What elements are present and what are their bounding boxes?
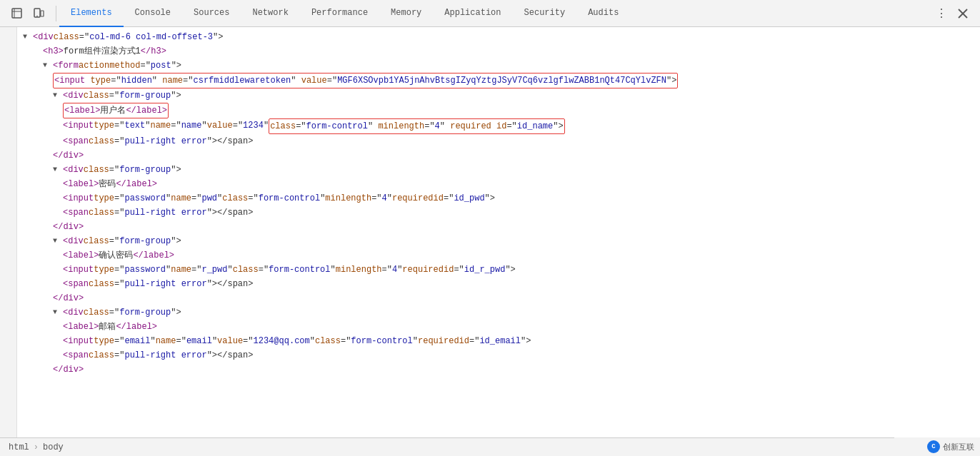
code-line: <h3>form组件渲染方式1</h3> <box>23 44 980 59</box>
svg-rect-4 <box>41 11 44 16</box>
code-line: </div> <box>23 220 980 234</box>
highlight-box-class-attr: class="form-control" minlength="4" requi… <box>269 118 565 134</box>
close-devtools-icon[interactable] <box>954 5 971 22</box>
inspect-icon[interactable] <box>9 5 26 22</box>
toolbar-icons <box>3 5 53 22</box>
code-line: <span class="pull-right error"></span> <box>23 134 980 148</box>
devtools-toolbar: Elements Console Sources Network Perform… <box>0 0 980 27</box>
tab-list: Elements Console Sources Network Perform… <box>59 0 927 27</box>
expand-arrow[interactable] <box>23 30 33 44</box>
tab-network[interactable]: Network <box>241 0 299 27</box>
code-line: <input type="email" name="email" value="… <box>23 334 980 348</box>
code-line: <input type="password" name="pwd" class=… <box>23 191 980 206</box>
expand-arrow[interactable] <box>43 59 53 73</box>
more-options-icon[interactable]: ⋮ <box>933 5 950 22</box>
tab-memory[interactable]: Memory <box>379 0 433 27</box>
code-line: <div class="form-group"> <box>23 234 980 248</box>
code-line: <label>密码</label> <box>23 177 980 191</box>
svg-rect-0 <box>12 9 21 18</box>
code-line: <input type="password" name="r_pwd" clas… <box>23 263 980 277</box>
code-line: </div> <box>23 148 980 163</box>
expand-arrow[interactable] <box>53 163 63 177</box>
code-line: </div> <box>23 363 980 377</box>
elements-code-panel[interactable]: <div class="col-md-6 col-md-offset-3"> <… <box>17 27 980 437</box>
device-icon[interactable] <box>30 5 47 22</box>
code-line: </div> <box>23 291 980 305</box>
main-content: <div class="col-md-6 col-md-offset-3"> <… <box>0 27 980 437</box>
breadcrumb-html[interactable]: html <box>6 441 32 454</box>
tab-performance[interactable]: Performance <box>300 0 379 27</box>
tab-elements[interactable]: Elements <box>59 0 124 27</box>
tab-console[interactable]: Console <box>124 0 182 27</box>
toolbar-divider <box>56 6 56 21</box>
code-line: <div class="form-group"> <box>23 305 980 320</box>
breadcrumb-bar: html › body C 创新互联 <box>0 437 980 456</box>
code-line-input-text: <input type="text" name="name" value="12… <box>23 118 980 134</box>
code-line: <label>邮箱</label> <box>23 320 980 334</box>
code-line: <div class="form-group"> <box>23 88 980 103</box>
tab-application[interactable]: Application <box>433 0 512 27</box>
expand-arrow[interactable] <box>53 234 63 248</box>
logo-area: C 创新互联 <box>894 437 980 456</box>
code-line: <form action method="post"> <box>23 59 980 73</box>
highlight-box-input-hidden: <input type="hidden" name="csrfmiddlewar… <box>53 73 678 88</box>
tab-security[interactable]: Security <box>513 0 577 27</box>
code-line: <span class="pull-right error"></span> <box>23 277 980 291</box>
code-line-highlighted: <input type="hidden" name="csrfmiddlewar… <box>23 73 980 88</box>
breadcrumb-body[interactable]: body <box>40 441 66 454</box>
tab-sources[interactable]: Sources <box>182 0 241 27</box>
code-line: <div class="form-group"> <box>23 163 980 177</box>
toolbar-right-icons: ⋮ <box>927 5 977 22</box>
logo-icon: C <box>927 440 940 453</box>
left-gutter <box>0 27 17 437</box>
code-line: <label>确认密码</label> <box>23 248 980 263</box>
expand-arrow[interactable] <box>53 88 63 103</box>
code-line: <span class="pull-right error"></span> <box>23 348 980 363</box>
code-line: <div class="col-md-6 col-md-offset-3"> <box>23 30 980 44</box>
expand-arrow[interactable] <box>53 305 63 320</box>
code-line-label-highlighted: <label>用户名</label> <box>23 103 980 118</box>
svg-point-5 <box>36 15 38 16</box>
code-line: <span class="pull-right error"></span> <box>23 206 980 220</box>
highlight-box-label: <label>用户名</label> <box>63 103 169 118</box>
tab-audits[interactable]: Audits <box>576 0 630 27</box>
